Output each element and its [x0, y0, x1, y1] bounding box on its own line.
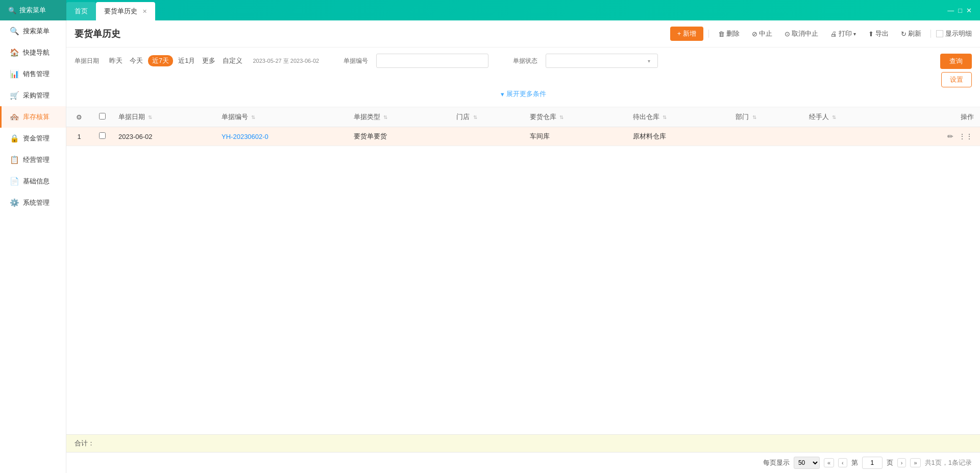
print-dropdown-icon: ▾ — [853, 31, 856, 37]
sidebar-item-sales[interactable]: 📊 销售管理 — [0, 63, 66, 85]
sort-icon-type: ⇅ — [383, 114, 387, 120]
page-prev-btn[interactable]: ‹ — [838, 458, 847, 467]
sidebar-label-sales: 销售管理 — [23, 69, 50, 79]
filter-area: 单据日期 昨天 今天 近7天 近1月 更多 自定义 2023-05-27 至 2… — [66, 48, 980, 107]
doc-status-select[interactable] — [546, 54, 658, 68]
top-bar-right: — □ ✕ — [939, 7, 980, 14]
print-button[interactable]: 🖨 打印 ▾ — [826, 27, 860, 40]
sidebar-label-operation: 经营管理 — [23, 155, 50, 164]
row-doc-num: YH-20230602-0 — [215, 127, 348, 146]
export-button[interactable]: ⬆ 导出 — [864, 27, 893, 40]
sidebar-item-basic[interactable]: 📄 基础信息 — [0, 171, 66, 192]
sort-icon-req-wh: ⇅ — [559, 114, 564, 120]
select-all-checkbox[interactable] — [99, 113, 106, 120]
sidebar-item-finance[interactable]: 🔒 资金管理 — [0, 128, 66, 149]
window-close-btn[interactable]: ✕ — [966, 7, 972, 14]
date-today[interactable]: 今天 — [128, 55, 145, 66]
display-detail-toggle[interactable]: 显示明细 — [936, 29, 972, 38]
sidebar-item-system[interactable]: ⚙️ 系统管理 — [0, 192, 66, 214]
tab-home[interactable]: 首页 — [66, 2, 96, 20]
expand-more-btn[interactable]: ▾ 展开更多条件 — [75, 87, 972, 101]
date-filter-label: 单据日期 — [75, 57, 99, 65]
tab-close-icon[interactable]: ✕ — [142, 8, 147, 15]
search-menu-label: 搜索菜单 — [19, 6, 46, 15]
col-dept[interactable]: 部门 ⇅ — [729, 107, 803, 127]
tab-yh[interactable]: 要货单历史 ✕ — [96, 2, 155, 20]
row-checkbox[interactable] — [99, 132, 106, 139]
col-settings[interactable]: ⚙ — [66, 107, 92, 127]
page-next-btn[interactable]: › — [897, 458, 906, 467]
refresh-button[interactable]: ↻ 刷新 — [897, 27, 925, 40]
sidebar-label-purchase: 采购管理 — [23, 91, 50, 100]
row-edit-btn[interactable]: ✏ — [946, 131, 954, 141]
col-pending-warehouse-label: 待出仓库 — [633, 113, 659, 121]
delete-label: 删除 — [726, 29, 740, 38]
sort-icon-pending-wh: ⇅ — [663, 114, 667, 120]
page-title: 要货单历史 — [75, 28, 120, 40]
sort-icon-store: ⇅ — [473, 114, 477, 120]
sidebar-item-purchase[interactable]: 🛒 采购管理 — [0, 85, 66, 106]
sidebar-item-inventory[interactable]: 🏘️ 库存核算 — [0, 106, 66, 128]
date-yesterday[interactable]: 昨天 — [107, 55, 125, 66]
date-more[interactable]: 更多 — [200, 55, 217, 66]
page-num-input[interactable] — [862, 457, 883, 469]
date-custom[interactable]: 自定义 — [220, 55, 244, 66]
stop-icon: ⊘ — [752, 30, 757, 38]
settings-icon[interactable]: ⚙ — [76, 113, 82, 121]
col-pending-warehouse[interactable]: 待出仓库 ⇅ — [627, 107, 730, 127]
doc-link[interactable]: YH-20230602-0 — [222, 133, 268, 140]
col-type[interactable]: 单据类型 ⇅ — [348, 107, 451, 127]
col-handler-label: 经手人 — [809, 113, 829, 121]
col-date[interactable]: 单据日期 ⇅ — [112, 107, 215, 127]
sidebar-item-search[interactable]: 🔍 搜索菜单 — [0, 20, 66, 42]
sidebar-label-basic: 基础信息 — [23, 177, 50, 186]
col-req-warehouse[interactable]: 要货仓库 ⇅ — [524, 107, 627, 127]
cart-icon: 🛒 — [10, 91, 19, 100]
sidebar-search[interactable]: 🔍 搜索菜单 — [0, 0, 66, 20]
per-page-select[interactable]: 50 10 20 100 — [794, 457, 820, 469]
table-row: 1 2023-06-02 YH-20230602-0 — [66, 127, 980, 146]
sidebar-item-operation[interactable]: 📋 经营管理 — [0, 149, 66, 171]
query-button[interactable]: 查询 — [940, 54, 972, 69]
page-total: 共1页，1条记录 — [925, 458, 972, 467]
home-icon: 🏠 — [10, 48, 19, 57]
sidebar-item-quick[interactable]: 🏠 快捷导航 — [0, 42, 66, 63]
content-area: 要货单历史 + 新增 🗑 删除 ⊘ 中止 ⊙ 取消中止 — [66, 20, 980, 473]
page-first-btn[interactable]: « — [824, 458, 834, 467]
new-button[interactable]: + 新增 — [670, 27, 703, 41]
sort-icon-num: ⇅ — [251, 114, 255, 120]
row-more-btn[interactable]: ⋮⋮ — [958, 131, 974, 141]
row-pending-warehouse: 原材料仓库 — [627, 127, 730, 146]
doc-num-input[interactable] — [376, 54, 488, 68]
filter-row-1: 单据日期 昨天 今天 近7天 近1月 更多 自定义 2023-05-27 至 2… — [75, 54, 932, 68]
stop-button[interactable]: ⊘ 中止 — [748, 27, 776, 40]
cancel-stop-label: 取消中止 — [792, 29, 818, 38]
pagination: 每页显示 50 10 20 100 « ‹ 第 页 › » 共1页，1条记录 — [66, 452, 980, 473]
col-actions: 操作 — [891, 107, 980, 127]
page-last-btn[interactable]: » — [910, 458, 920, 467]
delete-button[interactable]: 🗑 删除 — [714, 27, 744, 40]
refresh-label: 刷新 — [908, 29, 921, 38]
setting-button[interactable]: 设置 — [941, 72, 972, 87]
row-check — [92, 127, 112, 146]
sidebar-label-finance: 资金管理 — [23, 134, 50, 143]
date-range-display: 2023-05-27 至 2023-06-02 — [253, 57, 319, 65]
sidebar-label-quick: 快捷导航 — [23, 48, 50, 57]
col-check — [92, 107, 112, 127]
col-actions-label: 操作 — [961, 113, 974, 121]
display-detail-label: 显示明细 — [945, 29, 972, 38]
date-1month[interactable]: 近1月 — [176, 55, 197, 66]
search-icon: 🔍 — [8, 7, 16, 14]
window-minimize-btn[interactable]: — — [947, 7, 954, 14]
col-handler[interactable]: 经手人 ⇅ — [803, 107, 891, 127]
table-header-row: ⚙ 单据日期 ⇅ 单据编号 ⇅ — [66, 107, 980, 127]
col-store[interactable]: 门店 ⇅ — [450, 107, 524, 127]
row-req-warehouse: 车间库 — [524, 127, 627, 146]
window-maximize-btn[interactable]: □ — [958, 7, 962, 14]
per-page-label: 每页显示 — [763, 458, 790, 467]
display-detail-checkbox[interactable] — [936, 30, 943, 37]
col-num[interactable]: 单据编号 ⇅ — [215, 107, 348, 127]
table-wrap: ⚙ 单据日期 ⇅ 单据编号 ⇅ — [66, 107, 980, 434]
date-7days[interactable]: 近7天 — [148, 55, 173, 66]
cancel-stop-button[interactable]: ⊙ 取消中止 — [780, 27, 822, 40]
